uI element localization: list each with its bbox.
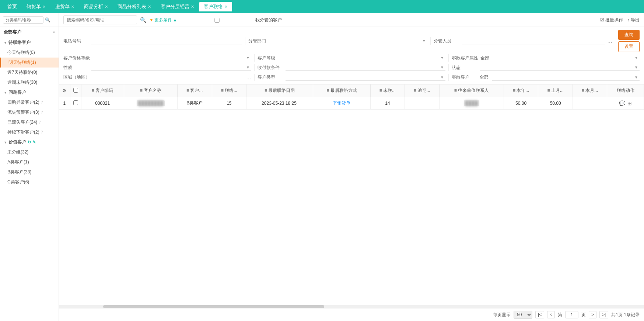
sidebar-item-today[interactable]: 今天待联络(0) xyxy=(0,48,59,58)
nav-item-4[interactable]: 客户分层经营 ✕ xyxy=(156,2,199,11)
filter-select-customer-level[interactable]: ▼ xyxy=(286,55,445,61)
action-chat-icon[interactable]: 💬 xyxy=(619,100,625,106)
sidebar-item-losing[interactable]: 流失预警客户(3) ? xyxy=(0,107,59,117)
my-customers-label[interactable]: 我分管的客户 xyxy=(180,17,282,23)
col-last-method[interactable]: ≡ 最后联络方式 xyxy=(313,84,371,97)
nav-close-2[interactable]: ✕ xyxy=(105,4,108,9)
filter-more-label: 更多条件 xyxy=(154,17,172,23)
col-this-year[interactable]: ≡ 本年... xyxy=(504,84,538,97)
horizontal-scrollbar[interactable] xyxy=(59,305,644,308)
prev-page-btn[interactable]: < xyxy=(547,311,555,318)
toolbar-right: ☑ 批量操作 ↑ 导出 xyxy=(600,17,640,23)
my-customers-checkbox[interactable] xyxy=(180,18,254,23)
col-type[interactable]: ≡ 客户... xyxy=(178,84,212,97)
filter-input-region[interactable] xyxy=(92,73,244,81)
filter-select-retail[interactable]: ▼ xyxy=(492,74,640,81)
page-total: 共1页 1条记录 xyxy=(611,312,640,318)
nav-item-1[interactable]: 进货单 ✕ xyxy=(51,2,79,11)
sidebar-item-tomorrow[interactable]: 明天待联络(1) xyxy=(0,58,59,68)
sidebar-item-overdue[interactable]: 逾期未联络(30) xyxy=(0,77,59,87)
sidebar-search-input[interactable] xyxy=(3,16,43,24)
filter-input-phone[interactable] xyxy=(91,37,242,45)
nav-home[interactable]: 首页 xyxy=(3,2,21,11)
value-refresh-icon[interactable]: ↻ xyxy=(28,140,31,145)
help-icon-lost[interactable]: ? xyxy=(39,120,41,124)
nav-item-5[interactable]: 客户联络 ✕ xyxy=(199,2,232,11)
last-page-btn[interactable]: >| xyxy=(599,311,608,318)
first-page-btn[interactable]: |< xyxy=(535,311,544,318)
all-customers-header[interactable]: 全部客户 « xyxy=(0,27,59,38)
help-icon-declining[interactable]: ? xyxy=(41,130,43,134)
filter-select-price-level[interactable]: ▼ xyxy=(92,55,251,61)
help-icon-abnormal[interactable]: ? xyxy=(41,100,43,104)
group-problem-customers[interactable]: 问题客户 xyxy=(0,87,59,97)
filter-cell-phone: 电话号码 xyxy=(63,37,242,45)
filter-select-status[interactable]: ▼ xyxy=(480,64,640,71)
search-input[interactable] xyxy=(63,15,137,24)
row-checkbox[interactable] xyxy=(73,100,78,105)
group-pending-contact[interactable]: 待联络客户 xyxy=(0,38,59,48)
filter-select-retail-attr[interactable]: ▼ xyxy=(493,55,640,61)
page-number-input[interactable] xyxy=(565,311,578,318)
nav-item-3[interactable]: 商品分析列表 ✕ xyxy=(113,2,155,11)
row-last-method[interactable]: 下销货单 xyxy=(313,97,371,110)
settings-button[interactable]: 设置 xyxy=(618,41,640,52)
filter-label-customer-type: 客户类型 xyxy=(258,74,283,80)
col-code[interactable]: ≡ 客户编码 xyxy=(81,84,124,97)
col-check[interactable] xyxy=(70,84,81,97)
sidebar-item-classA[interactable]: A类客户(1) xyxy=(0,157,59,167)
dots-icon-region[interactable]: … xyxy=(246,75,251,80)
nav-close-0[interactable]: ✕ xyxy=(42,4,46,9)
filter-select-nature[interactable]: ▼ xyxy=(91,64,251,71)
filter-label-retail-attr: 零散客户属性 xyxy=(452,55,478,61)
value-edit-icon[interactable]: ✎ xyxy=(32,140,36,145)
last-method-link[interactable]: 下销货单 xyxy=(333,100,350,106)
dots-icon-person[interactable]: … xyxy=(607,38,612,44)
nav-item-2[interactable]: 商品分析 ✕ xyxy=(80,2,112,11)
sidebar-item-declining[interactable]: 持续下滑客户(2) ? xyxy=(0,127,59,137)
sidebar-item-7days[interactable]: 近7天待联络(0) xyxy=(0,68,59,77)
scrollbar-thumb[interactable] xyxy=(103,305,324,308)
sidebar-item-lost[interactable]: 已流失客户(24) ? xyxy=(0,117,59,127)
nav-close-1[interactable]: ✕ xyxy=(71,4,74,9)
filter-input-person[interactable] xyxy=(462,37,605,45)
filter-cell-payment: 收付款条件 ▼ xyxy=(258,64,445,71)
page-label: 第 xyxy=(558,312,562,318)
col-uncontacted[interactable]: ≡ 未联... xyxy=(370,84,405,97)
nav-close-3[interactable]: ✕ xyxy=(148,4,151,9)
query-button[interactable]: 查询 xyxy=(618,30,640,40)
sidebar-item-classB[interactable]: B类客户(33) xyxy=(0,167,59,177)
filter-select-customer-type[interactable]: ▼ xyxy=(286,74,445,81)
sidebar-search-icon[interactable]: 🔍 xyxy=(45,17,50,23)
help-icon-losing[interactable]: ? xyxy=(41,110,43,114)
col-contact[interactable]: ≡ 联络... xyxy=(212,84,246,97)
batch-ops-btn[interactable]: ☑ 批量操作 xyxy=(600,17,623,23)
filter-row-4: 区域（地区） … 客户类型 ▼ 零散客户 全部 xyxy=(63,73,640,81)
filter-select-payment[interactable]: ▼ xyxy=(286,64,445,71)
col-contact-person[interactable]: ≡ 往来单位联系人 xyxy=(439,84,504,97)
action-grid-icon[interactable]: ⊞ xyxy=(627,100,632,106)
select-all-checkbox[interactable] xyxy=(73,88,78,93)
page-size-select[interactable]: 50 20 100 xyxy=(514,311,532,319)
row-check[interactable] xyxy=(70,97,81,110)
col-overdue[interactable]: ≡ 逾期... xyxy=(405,84,440,97)
nav-label-0: 销货单 xyxy=(27,3,41,10)
search-button[interactable]: 🔍 xyxy=(140,17,146,23)
col-last-month[interactable]: ≡ 上月... xyxy=(538,84,573,97)
group-value-customers[interactable]: ▼价值客户 ↻ ✎ xyxy=(0,137,59,147)
col-settings[interactable]: ⚙ xyxy=(59,84,70,97)
nav-item-0[interactable]: 销货单 ✕ xyxy=(22,2,50,11)
col-last-date[interactable]: ≡ 最后联络日期 xyxy=(246,84,313,97)
filter-select-dept[interactable]: ▼ xyxy=(276,38,427,44)
filter-more-btn[interactable]: ▼ 更多条件 ▲ xyxy=(149,17,177,23)
my-customers-text: 我分管的客户 xyxy=(255,17,282,23)
sidebar-item-abnormal[interactable]: 回购异常客户(2) ? xyxy=(0,97,59,107)
next-page-btn[interactable]: > xyxy=(589,311,596,318)
export-btn[interactable]: ↑ 导出 xyxy=(627,17,640,23)
col-this-month[interactable]: ≡ 本月... xyxy=(573,84,607,97)
sidebar-item-classC[interactable]: C类客户(6) xyxy=(0,177,59,187)
sidebar-item-ungrouped[interactable]: 未分组(32) xyxy=(0,147,59,157)
col-name[interactable]: ≡ 客户名称 xyxy=(124,84,177,97)
nav-close-4[interactable]: ✕ xyxy=(191,4,194,9)
nav-close-5[interactable]: ✕ xyxy=(224,4,228,9)
